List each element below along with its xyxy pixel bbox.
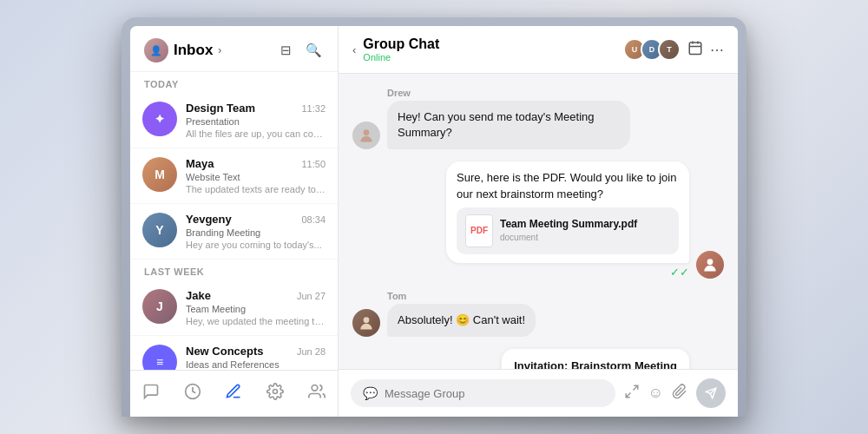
attachment-icon[interactable] xyxy=(672,384,687,404)
calendar-icon[interactable] xyxy=(687,40,703,59)
nav-chat[interactable] xyxy=(132,379,170,408)
conv-item-jake[interactable]: J Jake Jun 27 Team Meeting Hey, we updat… xyxy=(130,280,338,336)
conv-avatar-new-concepts: ≡ xyxy=(142,345,177,370)
conv-subtitle-design-team: Presentation xyxy=(186,116,326,127)
left-panel: 👤 Inbox › ⊟ 🔍 TODAY ✦ xyxy=(130,26,339,417)
svg-rect-3 xyxy=(689,43,701,55)
nav-settings[interactable] xyxy=(256,379,294,408)
svg-point-9 xyxy=(364,317,370,323)
more-options-icon[interactable]: ⋯ xyxy=(710,42,724,58)
pdf-icon: PDF xyxy=(465,214,493,247)
input-chat-icon: 💬 xyxy=(363,386,378,400)
inbox-header: 👤 Inbox › ⊟ 🔍 xyxy=(130,26,338,72)
conv-item-maya[interactable]: M Maya 11:50 Website Text The updated te… xyxy=(130,148,338,204)
conv-time-jake: Jun 27 xyxy=(297,291,326,301)
chat-title: Group Chat xyxy=(363,36,439,52)
inbox-title-row: 👤 Inbox › xyxy=(144,38,221,62)
conv-top-new-concepts: New Concepts Jun 28 xyxy=(186,345,326,358)
conv-avatar-maya: M xyxy=(142,157,177,192)
conv-item-yevgeny[interactable]: Y Yevgeny 08:34 Branding Meeting Hey are… xyxy=(130,204,338,260)
doc-name: Team Meeting Summary.pdf xyxy=(500,217,637,232)
chat-title-block: Group Chat Online xyxy=(363,36,439,62)
message-bubble-wrap-tom: Tom Absolutely! 😊 Can't wait! xyxy=(387,291,536,337)
svg-point-7 xyxy=(364,130,370,136)
nav-clock[interactable] xyxy=(174,379,212,408)
conv-name-jake: Jake xyxy=(186,289,211,302)
msg-bubble-outgoing-pdf: Sure, here is the PDF. Would you like to… xyxy=(446,161,689,262)
conv-name-maya: Maya xyxy=(186,157,214,170)
doc-type: document xyxy=(500,232,637,244)
conv-name-yevgeny: Yevgeny xyxy=(186,213,232,226)
nav-people[interactable] xyxy=(298,379,336,408)
chat-header-left: ‹ Group Chat Online xyxy=(352,36,439,62)
conv-preview-maya: The updated texts are ready to go in... xyxy=(186,184,326,194)
conv-content-jake: Jake Jun 27 Team Meeting Hey, we updated… xyxy=(186,289,326,326)
msg-read-tick: ✓✓ xyxy=(670,266,689,279)
laptop-frame: 👤 Inbox › ⊟ 🔍 TODAY ✦ xyxy=(122,17,746,417)
conv-top-maya: Maya 11:50 xyxy=(186,157,326,170)
message-input[interactable] xyxy=(385,387,603,400)
conv-subtitle-jake: Team Meeting xyxy=(186,304,326,314)
conv-name-design-team: Design Team xyxy=(186,102,255,115)
conv-preview-yevgeny: Hey are you coming to today's... xyxy=(186,240,326,250)
send-button[interactable] xyxy=(696,378,726,408)
conv-avatar-design-team: ✦ xyxy=(142,102,177,136)
doc-info: Team Meeting Summary.pdf document xyxy=(500,217,637,244)
inbox-user-avatar: 👤 xyxy=(144,38,168,62)
conv-item-design-team[interactable]: ✦ Design Team 11:32 Presentation All the… xyxy=(130,93,338,148)
emoji-icon[interactable]: ☺ xyxy=(648,385,663,402)
conv-subtitle-yevgeny: Branding Meeting xyxy=(186,227,326,238)
message-input-wrap[interactable]: 💬 xyxy=(351,379,615,407)
conv-top-yevgeny: Yevgeny 08:34 xyxy=(186,213,326,226)
bottom-nav xyxy=(130,370,338,417)
msg-sender-tom: Tom xyxy=(387,291,536,301)
svg-line-12 xyxy=(626,392,630,397)
conv-content-design-team: Design Team 11:32 Presentation All the f… xyxy=(186,102,326,139)
conv-item-new-concepts[interactable]: ≡ New Concepts Jun 28 Ideas and Referenc… xyxy=(130,336,338,370)
conv-content-new-concepts: New Concepts Jun 28 Ideas and References… xyxy=(186,345,326,370)
conv-name-new-concepts: New Concepts xyxy=(186,345,264,358)
invite-card: Invitation: Brainstorm Meeting rsvp ▾ We… xyxy=(502,349,689,369)
svg-line-11 xyxy=(633,385,637,390)
filter-button[interactable]: ⊟ xyxy=(279,41,293,60)
conv-preview-jake: Hey, we updated the meeting time... xyxy=(186,316,326,326)
conv-top-design-team: Design Team 11:32 xyxy=(186,102,326,115)
chat-back-button[interactable]: ‹ xyxy=(352,43,356,56)
conv-content-maya: Maya 11:50 Website Text The updated text… xyxy=(186,157,326,194)
message-bubble-wrap-outgoing-pdf: Sure, here is the PDF. Would you like to… xyxy=(446,161,689,278)
message-bubble-wrap-drew: Drew Hey! Can you send me today's Meetin… xyxy=(387,88,630,149)
msg-sender-drew: Drew xyxy=(387,88,630,98)
conv-subtitle-maya: Website Text xyxy=(186,172,326,182)
conv-time-new-concepts: Jun 28 xyxy=(297,346,326,357)
conversation-list: TODAY ✦ Design Team 11:32 Presentation A… xyxy=(130,72,338,370)
conv-time-design-team: 11:32 xyxy=(301,103,326,114)
msg-avatar-drew xyxy=(352,122,380,149)
message-row-tom: Tom Absolutely! 😊 Can't wait! xyxy=(352,291,724,337)
chat-online-status: Online xyxy=(363,52,439,62)
section-today: TODAY xyxy=(130,72,338,93)
messages-area: Drew Hey! Can you send me today's Meetin… xyxy=(339,74,738,369)
message-row-drew: Drew Hey! Can you send me today's Meetin… xyxy=(352,88,724,149)
conv-avatar-yevgeny: Y xyxy=(142,213,177,247)
svg-point-8 xyxy=(707,259,713,265)
section-last-week: LAST WEEK xyxy=(130,260,338,280)
laptop-screen: 👤 Inbox › ⊟ 🔍 TODAY ✦ xyxy=(130,26,738,417)
svg-point-1 xyxy=(273,390,278,394)
svg-point-2 xyxy=(312,385,318,391)
inbox-chevron[interactable]: › xyxy=(218,44,221,56)
msg-bubble-tom: Absolutely! 😊 Can't wait! xyxy=(387,304,536,337)
conv-subtitle-new-concepts: Ideas and References xyxy=(186,359,326,370)
search-button[interactable]: 🔍 xyxy=(304,41,324,60)
right-panel: ‹ Group Chat Online U D T xyxy=(339,26,738,417)
inbox-title: Inbox xyxy=(174,42,213,59)
document-attachment[interactable]: PDF Team Meeting Summary.pdf document xyxy=(457,207,679,254)
msg-bubble-drew: Hey! Can you send me today's Meeting Sum… xyxy=(387,101,630,149)
group-member-avatar-3: T xyxy=(658,38,681,61)
group-avatar-stack: U D T xyxy=(623,38,681,61)
nav-compose[interactable] xyxy=(214,379,253,408)
message-bubble-wrap-invite: Invitation: Brainstorm Meeting rsvp ▾ We… xyxy=(502,349,689,369)
conv-avatar-jake: J xyxy=(142,289,177,324)
conv-time-yevgeny: 08:34 xyxy=(301,214,326,225)
expand-icon[interactable] xyxy=(624,384,640,404)
chat-header-right: U D T ⋯ xyxy=(623,38,724,61)
